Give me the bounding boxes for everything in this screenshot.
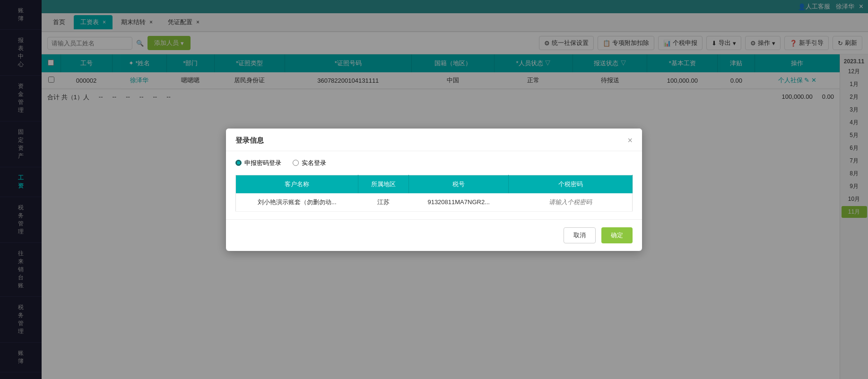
modal-col-password: 个税密码 [509, 175, 633, 193]
login-modal: 登录信息 × 申报密码登录 实名登录 客户名称 所属地区 [226, 129, 642, 251]
modal-cell-region: 江苏 [358, 193, 408, 212]
modal-cell-taxid: 91320811MA7NGR2... [409, 193, 509, 212]
modal-body: 申报密码登录 实名登录 客户名称 所属地区 税号 个税密码 [226, 151, 642, 219]
radio-group: 申报密码登录 实名登录 [235, 159, 633, 167]
modal-title: 登录信息 [235, 136, 264, 145]
modal-cell-name: 刘小艳演示账套（勿删勿动... [236, 193, 358, 212]
modal-col-taxid: 税号 [409, 175, 509, 193]
modal-overlay: 登录信息 × 申报密码登录 实名登录 客户名称 所属地区 [0, 0, 868, 379]
cancel-button[interactable]: 取消 [564, 227, 596, 243]
radio-realname-label: 实名登录 [302, 159, 326, 167]
radio-realname-login[interactable]: 实名登录 [293, 159, 326, 167]
radio-password-input[interactable] [235, 160, 242, 166]
modal-col-region: 所属地区 [358, 175, 408, 193]
radio-password-login[interactable]: 申报密码登录 [235, 159, 281, 167]
modal-footer: 取消 确定 [226, 219, 642, 251]
password-input[interactable] [515, 198, 625, 206]
modal-close-button[interactable]: × [627, 136, 633, 145]
modal-col-name: 客户名称 [236, 175, 358, 193]
modal-header: 登录信息 × [226, 129, 642, 151]
modal-table-row: 刘小艳演示账套（勿删勿动... 江苏 91320811MA7NGR2... [236, 193, 633, 212]
radio-password-label: 申报密码登录 [244, 159, 281, 167]
modal-cell-password[interactable] [509, 193, 633, 212]
radio-realname-input[interactable] [293, 160, 299, 166]
confirm-button[interactable]: 确定 [601, 227, 633, 243]
modal-table: 客户名称 所属地区 税号 个税密码 刘小艳演示账套（勿删勿动... 江苏 913… [235, 175, 633, 212]
